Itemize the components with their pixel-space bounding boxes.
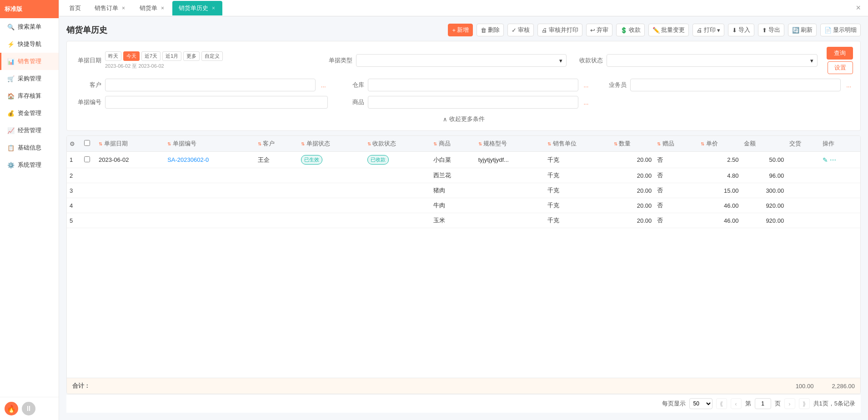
batch-change-button[interactable]: ✏️ 批量变更 — [648, 24, 689, 36]
date-btn-7days[interactable]: 近7天 — [141, 51, 161, 61]
sort-icon: ⇅ — [433, 141, 437, 146]
sidebar-item-purchase-mgmt[interactable]: 🛒 采购管理 — [0, 70, 59, 87]
tab-sales-delivery-close[interactable]: × — [160, 5, 165, 11]
date-btn-1month[interactable]: 近1月 — [162, 51, 181, 61]
sidebar-item-label: 资金管理 — [18, 109, 41, 117]
sidebar-item-quick-nav[interactable]: ⚡ 快捷导航 — [0, 35, 59, 53]
edit-action-btn[interactable]: ✎ — [823, 156, 828, 164]
tab-home[interactable]: 首页 — [63, 1, 87, 15]
filter-customer-input[interactable] — [105, 79, 316, 91]
sidebar-item-label: 经营管理 — [18, 126, 41, 135]
sidebar-pause-btn[interactable]: ⏸ — [22, 402, 35, 415]
filter-row-3: 单据编号 商品 ... — [74, 96, 853, 109]
select-all-checkbox[interactable] — [84, 140, 90, 146]
col-product[interactable]: ⇅ 商品 — [431, 136, 475, 152]
audit-print-button[interactable]: 🖨 审核并打印 — [537, 24, 582, 36]
import-button[interactable]: ⬇ 导入 — [728, 24, 754, 36]
window-close-btn[interactable]: × — [852, 3, 864, 13]
abandon-button[interactable]: ↩ 弃审 — [586, 24, 612, 36]
filter-salesperson-input[interactable] — [630, 79, 841, 91]
date-btn-today[interactable]: 今天 — [123, 51, 140, 61]
col-customer[interactable]: ⇅ 客户 — [255, 136, 299, 152]
add-button[interactable]: + 新增 — [448, 24, 473, 36]
sidebar-item-search-menu[interactable]: 🔍 搜索菜单 — [0, 18, 59, 35]
product-ellipsis-btn[interactable]: ... — [582, 99, 591, 106]
date-range-area: 昨天 今天 近7天 近1月 更多 自定义 2023-06-02 至 2023-0… — [105, 51, 223, 70]
col-unit-price[interactable]: ⇅ 单价 — [698, 136, 742, 152]
sort-icon: ⇅ — [547, 141, 551, 146]
more-action-btn[interactable]: ⋯ — [830, 156, 836, 164]
sidebar-item-finance-mgmt[interactable]: 💰 资金管理 — [0, 105, 59, 122]
next-page-btn[interactable]: › — [784, 398, 795, 409]
sidebar-item-ops-mgmt[interactable]: 📈 经营管理 — [0, 122, 59, 139]
page-number-input[interactable] — [755, 398, 771, 409]
sidebar-item-label: 基础信息 — [18, 144, 41, 152]
audit-print-label: 审核并打印 — [549, 26, 578, 34]
filter-salesperson-label: 业务员 — [599, 81, 627, 89]
col-quantity[interactable]: ⇅ 数量 — [611, 136, 655, 152]
col-doc-date[interactable]: ⇅ 单据日期 — [96, 136, 165, 152]
query-button[interactable]: 查询 — [827, 47, 853, 60]
col-doc-no[interactable]: ⇅ 单据编号 — [165, 136, 255, 152]
display-detail-button[interactable]: 📄 显示明细 — [820, 24, 861, 36]
pagination: 每页显示 50 100 200 ⟪ ‹ 第 页 › ⟫ 共1页，5条记录 — [66, 394, 861, 413]
filter-collect-status-item: 收款状态 ▾ — [576, 54, 818, 67]
tab-sales-history-label: 销货单历史 — [179, 4, 208, 12]
display-detail-label: 显示明细 — [833, 26, 857, 34]
filter-settings-button[interactable]: 设置 — [828, 61, 853, 74]
page-label: 第 — [745, 400, 751, 408]
delete-button[interactable]: 🗑 删除 — [477, 24, 504, 36]
row-checkbox[interactable] — [84, 156, 90, 162]
collect-button[interactable]: 💲 收款 — [616, 24, 645, 36]
sidebar-item-sales-mgmt[interactable]: 📊 销售管理 — [0, 53, 59, 70]
filter-salesperson-item: 业务员 ... — [599, 79, 853, 91]
sidebar: 标准版 🔍 搜索菜单 ⚡ 快捷导航 📊 销售管理 🛒 采购管理 🏠 库存核算 💰… — [0, 0, 59, 420]
export-button[interactable]: ⬆ 导出 — [758, 24, 784, 36]
col-doc-status[interactable]: ⇅ 单据状态 — [298, 136, 365, 152]
last-page-btn[interactable]: ⟫ — [799, 398, 810, 409]
doc-no-link[interactable]: SA-20230602-0 — [167, 156, 209, 163]
filter-warehouse-input[interactable] — [368, 79, 578, 91]
col-trade: 交货 — [787, 136, 820, 152]
filter-product-input[interactable] — [368, 96, 578, 109]
collapse-button[interactable]: ∧ 收起更多条件 — [74, 113, 853, 125]
date-btn-yesterday[interactable]: 昨天 — [105, 51, 121, 61]
filter-doc-no-input[interactable] — [105, 96, 328, 109]
tab-sales-history[interactable]: 销货单历史 × — [172, 1, 222, 15]
sidebar-item-basic-info[interactable]: 📋 基础信息 — [0, 139, 59, 156]
settings-icon[interactable]: ⚙ — [70, 140, 75, 147]
col-settings[interactable]: ⚙ — [67, 136, 81, 152]
refresh-button[interactable]: 🔄 刷新 — [788, 24, 817, 36]
search-icon: 🔍 — [7, 23, 15, 31]
filter-row-1: 单据日期 昨天 今天 近7天 近1月 更多 自定义 2023-06-02 至 2… — [74, 47, 853, 74]
ops-icon: 📈 — [7, 126, 15, 135]
filter-doc-type-select[interactable]: ▾ — [356, 54, 567, 67]
warehouse-ellipsis-btn[interactable]: ... — [582, 82, 591, 89]
per-page-select[interactable]: 50 100 200 — [689, 398, 712, 409]
date-btn-more[interactable]: 更多 — [183, 51, 200, 61]
tab-sales-order-close[interactable]: × — [121, 5, 126, 11]
abandon-icon: ↩ — [590, 27, 595, 34]
audit-label: 审核 — [518, 26, 530, 34]
filter-collect-status-select[interactable]: ▾ — [607, 54, 818, 67]
print-button[interactable]: 🖨 打印 ▾ — [692, 24, 724, 36]
salesperson-ellipsis-btn[interactable]: ... — [844, 82, 853, 89]
sidebar-item-sys-mgmt[interactable]: ⚙️ 系统管理 — [0, 156, 59, 174]
date-btn-custom[interactable]: 自定义 — [201, 51, 223, 61]
col-sales-unit[interactable]: ⇅ 销售单位 — [545, 136, 611, 152]
export-label: 导出 — [768, 26, 780, 34]
col-spec-type[interactable]: ⇅ 规格型号 — [476, 136, 545, 152]
display-detail-icon: 📄 — [824, 27, 832, 34]
tab-sales-history-close[interactable]: × — [211, 5, 216, 11]
col-gift[interactable]: ⇅ 赠品 — [654, 136, 698, 152]
table-row: 2 西兰花 千克 20.00 否 4.80 96.00 — [67, 168, 860, 183]
tab-sales-delivery[interactable]: 销货单 × — [133, 1, 171, 15]
customer-ellipsis-btn[interactable]: ... — [319, 82, 328, 89]
tab-sales-order[interactable]: 销售订单 × — [88, 1, 132, 15]
sidebar-user-btn[interactable]: 🔥 — [5, 402, 18, 415]
sidebar-item-inventory-calc[interactable]: 🏠 库存核算 — [0, 87, 59, 105]
prev-page-btn[interactable]: ‹ — [731, 398, 742, 409]
first-page-btn[interactable]: ⟪ — [716, 398, 727, 409]
audit-button[interactable]: ✓ 审核 — [507, 24, 534, 36]
col-collect-status[interactable]: ⇅ 收款状态 — [365, 136, 431, 152]
